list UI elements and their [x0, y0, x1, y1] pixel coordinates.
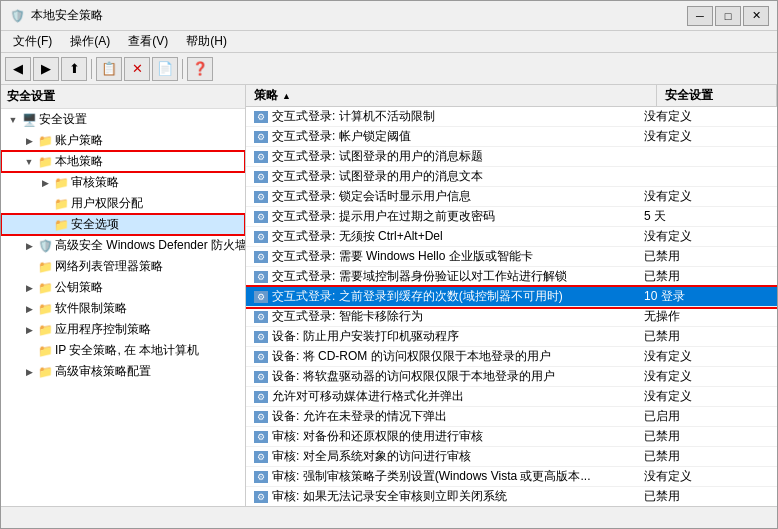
left-panel: 安全设置 ▼ 🖥️ 安全设置 ▶ 📁 账户策略 ▼ 📁 本地策略 → — [1, 85, 246, 506]
tree-item-security-settings[interactable]: ▼ 🖥️ 安全设置 — [1, 109, 245, 130]
expand-account-policy[interactable]: ▶ — [21, 133, 37, 149]
list-row[interactable]: ⚙交互式登录: 帐户锁定阈值 没有定义 — [246, 127, 777, 147]
expand-public-key[interactable]: ▶ — [21, 280, 37, 296]
list-row[interactable]: ⚙交互式登录: 智能卡移除行为 无操作 — [246, 307, 777, 327]
cell-policy-r1: ⚙交互式登录: 计算机不活动限制 — [246, 107, 636, 126]
icon-security-settings: 🖥️ — [21, 112, 37, 128]
label-software-restriction: 软件限制策略 — [55, 300, 243, 317]
cell-setting-r4 — [636, 176, 756, 178]
tree-item-advanced-audit[interactable]: ▶ 📁 高级审核策略配置 — [1, 361, 245, 382]
list-row[interactable]: ⚙审核: 对备份和还原权限的使用进行审核 已禁用 — [246, 427, 777, 447]
cell-policy-r18: ⚙审核: 对全局系统对象的访问进行审核 — [246, 447, 636, 466]
label-advanced-audit: 高级审核策略配置 — [55, 363, 243, 380]
tree-item-software-restriction[interactable]: ▶ 📁 软件限制策略 — [1, 298, 245, 319]
list-row[interactable]: ⚙交互式登录: 试图登录的用户的消息标题 — [246, 147, 777, 167]
help-button[interactable]: ❓ — [187, 57, 213, 81]
tree-item-audit-policy[interactable]: ▶ 📁 审核策略 — [1, 172, 245, 193]
cell-setting-r10: 10 登录 — [636, 287, 756, 306]
list-row[interactable]: ⚙交互式登录: 无须按 Ctrl+Alt+Del 没有定义 — [246, 227, 777, 247]
label-network-list: 网络列表管理器策略 — [55, 258, 243, 275]
policy-text-r18: 审核: 对全局系统对象的访问进行审核 — [272, 449, 471, 463]
cell-setting-r6: 5 天 — [636, 207, 756, 226]
toolbar-separator-2 — [182, 59, 183, 79]
policy-text-r11: 交互式登录: 智能卡移除行为 — [272, 309, 423, 323]
tree-item-account-policy[interactable]: ▶ 📁 账户策略 — [1, 130, 245, 151]
list-row[interactable]: ⚙交互式登录: 之前登录到缓存的次数(域控制器不可用时) 10 登录 — [246, 287, 777, 307]
list-row[interactable]: ⚙允许对可移动媒体进行格式化并弹出 没有定义 — [246, 387, 777, 407]
title-bar: 🛡️ 本地安全策略 ─ □ ✕ — [1, 1, 777, 31]
expand-software-restriction[interactable]: ▶ — [21, 301, 37, 317]
menu-file[interactable]: 文件(F) — [5, 31, 60, 52]
tree-item-windows-defender[interactable]: ▶ 🛡️ 高级安全 Windows Defender 防火墙 — [1, 235, 245, 256]
tree-item-public-key[interactable]: ▶ 📁 公钥策略 — [1, 277, 245, 298]
back-button[interactable]: ◀ — [5, 57, 31, 81]
cell-setting-r9: 已禁用 — [636, 267, 756, 286]
cell-setting-r19: 没有定义 — [636, 467, 756, 486]
col-header-setting[interactable]: 安全设置 — [657, 85, 777, 106]
tree-item-network-list[interactable]: 📁 网络列表管理器策略 — [1, 256, 245, 277]
expand-audit-policy[interactable]: ▶ — [37, 175, 53, 191]
copy-button[interactable]: 📋 — [96, 57, 122, 81]
properties-button[interactable]: 📄 — [152, 57, 178, 81]
menu-view[interactable]: 查看(V) — [120, 31, 176, 52]
col-setting-label: 安全设置 — [665, 87, 713, 104]
list-row[interactable]: ⚙审核: 如果无法记录安全审核则立即关闭系统 已禁用 — [246, 487, 777, 506]
cell-policy-r11: ⚙交互式登录: 智能卡移除行为 — [246, 307, 636, 326]
cell-policy-r7: ⚙交互式登录: 无须按 Ctrl+Alt+Del — [246, 227, 636, 246]
icon-account-policy: 📁 — [37, 133, 53, 149]
label-local-policy: 本地策略 — [55, 153, 243, 170]
list-row[interactable]: ⚙交互式登录: 提示用户在过期之前更改密码 5 天 — [246, 207, 777, 227]
title-controls: ─ □ ✕ — [687, 6, 769, 26]
expand-advanced-audit[interactable]: ▶ — [21, 364, 37, 380]
expand-app-control[interactable]: ▶ — [21, 322, 37, 338]
list-row[interactable]: ⚙设备: 防止用户安装打印机驱动程序 已禁用 — [246, 327, 777, 347]
tree-item-ip-security[interactable]: 📁 IP 安全策略, 在 本地计算机 — [1, 340, 245, 361]
close-button[interactable]: ✕ — [743, 6, 769, 26]
expand-local-policy[interactable]: ▼ — [21, 154, 37, 170]
tree-item-local-policy[interactable]: ▼ 📁 本地策略 → — [1, 151, 245, 172]
list-row[interactable]: ⚙审核: 强制审核策略子类别设置(Windows Vista 或更高版本... … — [246, 467, 777, 487]
expand-security-settings[interactable]: ▼ — [5, 112, 21, 128]
cell-setting-r16: 已启用 — [636, 407, 756, 426]
policy-text-r2: 交互式登录: 帐户锁定阈值 — [272, 129, 411, 143]
delete-button[interactable]: ✕ — [124, 57, 150, 81]
cell-setting-r18: 已禁用 — [636, 447, 756, 466]
tree-item-security-options[interactable]: 📁 安全选项 → — [1, 214, 245, 235]
cell-setting-r5: 没有定义 — [636, 187, 756, 206]
list-row[interactable]: ⚙设备: 将软盘驱动器的访问权限仅限于本地登录的用户 没有定义 — [246, 367, 777, 387]
list-row[interactable]: ⚙设备: 将 CD-ROM 的访问权限仅限于本地登录的用户 没有定义 — [246, 347, 777, 367]
col-header-policy[interactable]: 策略 ▲ — [246, 85, 657, 106]
label-audit-policy: 审核策略 — [71, 174, 243, 191]
list-row[interactable]: ⚙交互式登录: 需要域控制器身份验证以对工作站进行解锁 已禁用 — [246, 267, 777, 287]
cell-policy-r10: ⚙交互式登录: 之前登录到缓存的次数(域控制器不可用时) — [246, 287, 636, 306]
menu-help[interactable]: 帮助(H) — [178, 31, 235, 52]
list-row[interactable]: ⚙交互式登录: 锁定会话时显示用户信息 没有定义 — [246, 187, 777, 207]
menu-action[interactable]: 操作(A) — [62, 31, 118, 52]
list-row[interactable]: ⚙审核: 对全局系统对象的访问进行审核 已禁用 — [246, 447, 777, 467]
list-row[interactable]: ⚙交互式登录: 试图登录的用户的消息文本 — [246, 167, 777, 187]
up-button[interactable]: ⬆ — [61, 57, 87, 81]
policy-text-r9: 交互式登录: 需要域控制器身份验证以对工作站进行解锁 — [272, 269, 567, 283]
list-row[interactable]: ⚙设备: 允许在未登录的情况下弹出 已启用 — [246, 407, 777, 427]
sort-arrow-policy: ▲ — [282, 91, 291, 101]
list-row[interactable]: ⚙交互式登录: 计算机不活动限制 没有定义 — [246, 107, 777, 127]
tree-item-app-control[interactable]: ▶ 📁 应用程序控制策略 — [1, 319, 245, 340]
label-public-key: 公钥策略 — [55, 279, 243, 296]
window-icon: 🛡️ — [9, 8, 25, 24]
expand-windows-defender[interactable]: ▶ — [21, 238, 37, 254]
policy-text-r17: 审核: 对备份和还原权限的使用进行审核 — [272, 429, 483, 443]
minimize-button[interactable]: ─ — [687, 6, 713, 26]
cell-setting-r20: 已禁用 — [636, 487, 756, 506]
cell-policy-r19: ⚙审核: 强制审核策略子类别设置(Windows Vista 或更高版本... — [246, 467, 636, 486]
forward-button[interactable]: ▶ — [33, 57, 59, 81]
title-bar-left: 🛡️ 本地安全策略 — [9, 7, 103, 24]
icon-audit-policy: 📁 — [53, 175, 69, 191]
list-row[interactable]: ⚙交互式登录: 需要 Windows Hello 企业版或智能卡 已禁用 — [246, 247, 777, 267]
maximize-button[interactable]: □ — [715, 6, 741, 26]
tree-item-user-rights[interactable]: 📁 用户权限分配 — [1, 193, 245, 214]
label-user-rights: 用户权限分配 — [71, 195, 243, 212]
policy-text-r12: 设备: 防止用户安装打印机驱动程序 — [272, 329, 459, 343]
policy-text-r5: 交互式登录: 锁定会话时显示用户信息 — [272, 189, 471, 203]
right-panel: 策略 ▲ 安全设置 ⚙交互式登录: 计算机不活动限制 没有定义 ⚙交互式登录: … — [246, 85, 777, 506]
tree-header: 安全设置 — [1, 85, 245, 109]
